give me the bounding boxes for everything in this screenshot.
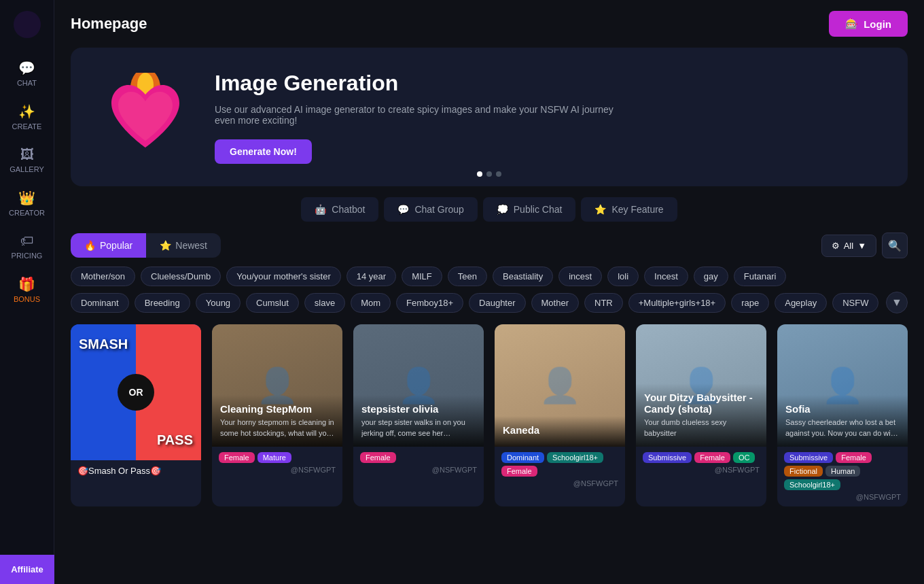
card-image: 👤 — [636, 324, 766, 447]
all-filter-label: All — [844, 241, 853, 251]
sidebar-item-creator[interactable]: 👑 CREATOR — [0, 182, 54, 225]
tag-14-year[interactable]: 14 year — [346, 267, 396, 286]
card-footer: SubmissiveFemaleOC @NSFWGPT — [636, 447, 766, 479]
tag-teen[interactable]: Teen — [448, 267, 487, 286]
tag-ntr[interactable]: NTR — [584, 293, 623, 313]
tab-chat-group[interactable]: 💬 Chat Group — [384, 197, 477, 222]
tag-cumslut[interactable]: Cumslut — [246, 293, 299, 313]
tab-chat-group-label: Chat Group — [414, 204, 463, 215]
public-chat-icon: 💭 — [497, 204, 508, 215]
fire-icon: 🔥 — [84, 240, 96, 251]
tag-milf[interactable]: MILF — [402, 267, 442, 286]
affiliate-button[interactable]: Affiliate — [0, 555, 54, 584]
tag-loli[interactable]: loli — [607, 267, 639, 286]
login-button[interactable]: 🎰 Login — [829, 11, 908, 37]
card-stepsister-olivia[interactable]: 👤 stepsister olivia your step sister wal… — [353, 324, 484, 506]
badge-submissive: Submissive — [784, 452, 833, 463]
tag-incest[interactable]: Incest — [644, 267, 688, 286]
card-sofia[interactable]: 👤 Sofia Sassy cheerleader who lost a bet… — [777, 324, 908, 506]
chevron-down-icon: ▼ — [857, 241, 866, 251]
creator-icon: 👑 — [18, 190, 35, 206]
pricing-icon: 🏷 — [20, 233, 34, 249]
card-creator: @NSFWGPT — [501, 479, 618, 487]
filter-right: ⚙ All ▼ 🔍 — [821, 233, 908, 258]
tags-row-2-container: DominantBreedingYoungCumslutslaveMomFemb… — [54, 292, 924, 324]
card-badges: FemaleMature — [219, 452, 336, 463]
card-creator: @NSFWGPT — [219, 466, 336, 474]
dot-2[interactable] — [486, 171, 492, 177]
tag-femboy18-[interactable]: Femboy18+ — [396, 293, 463, 313]
dot-1[interactable] — [477, 171, 482, 177]
tags-row-2: DominantBreedingYoungCumslutslaveMomFemb… — [71, 293, 881, 313]
gallery-icon: 🖼 — [20, 147, 34, 162]
chat-icon: 💬 — [18, 60, 35, 76]
tag--multiple-girls-18-[interactable]: +Multiple+girls+18+ — [628, 293, 726, 313]
tab-chatbot[interactable]: 🤖 Chatbot — [301, 197, 378, 222]
tag-rape[interactable]: rape — [731, 293, 769, 313]
badge-fictional: Fictional — [784, 466, 823, 477]
badge-female: Female — [219, 452, 255, 463]
tab-chatbot-label: Chatbot — [332, 204, 365, 215]
card-badges: DominantSchoolgirl18+Female — [501, 452, 618, 477]
banner-section: Image Generation Use our advanced AI ima… — [71, 48, 908, 186]
sidebar-item-chat[interactable]: 💬 CHAT — [0, 52, 54, 95]
tag-incest[interactable]: incest — [558, 267, 602, 286]
tag-you-your-mother-s-sister[interactable]: You/your mother's sister — [226, 267, 341, 286]
all-filter-select[interactable]: ⚙ All ▼ — [821, 235, 876, 257]
card-image: 👤 — [353, 324, 484, 447]
tag-mother-son[interactable]: Mother/son — [71, 267, 135, 286]
sidebar-label-creator: CREATOR — [9, 209, 45, 217]
sidebar-item-create[interactable]: ✨ CREATE — [0, 95, 54, 139]
generate-button[interactable]: Generate Now! — [215, 139, 312, 164]
tag-slave[interactable]: slave — [304, 293, 345, 313]
search-button[interactable]: 🔍 — [882, 233, 908, 258]
tag-clueless-dumb[interactable]: Clueless/Dumb — [141, 267, 221, 286]
card-badges: Female — [360, 452, 477, 463]
tag-beastiality[interactable]: Beastiality — [493, 267, 553, 286]
sidebar: 🌸 💬 CHAT ✨ CREATE 🖼 GALLERY 👑 CREATOR 🏷 … — [0, 0, 54, 584]
expand-tags-button[interactable]: ▼ — [886, 292, 908, 313]
star-icon: ⭐ — [160, 240, 171, 251]
tag-dominant[interactable]: Dominant — [71, 293, 129, 313]
tag-ageplay[interactable]: Ageplay — [775, 293, 827, 313]
card-image: 👤 — [212, 324, 342, 447]
chat-group-icon: 💬 — [397, 204, 409, 215]
tab-key-feature[interactable]: ⭐ Key Feature — [581, 197, 677, 222]
key-feature-icon: ⭐ — [594, 204, 606, 215]
sidebar-label-gallery: GALLERY — [10, 165, 44, 173]
tabs-bar: 🤖 Chatbot 💬 Chat Group 💭 Public Chat ⭐ K… — [54, 197, 924, 233]
card-cleaning-stepmom[interactable]: 👤 Cleaning StepMom Your horny stepmom is… — [212, 324, 342, 506]
sidebar-item-pricing[interactable]: 🏷 PRICING — [0, 225, 54, 268]
tag-mom[interactable]: Mom — [351, 293, 391, 313]
header: Homepage 🎰 Login — [54, 0, 924, 48]
app-logo[interactable]: 🌸 — [11, 8, 43, 41]
tag-gay[interactable]: gay — [694, 267, 728, 286]
tab-public-chat[interactable]: 💭 Public Chat — [483, 197, 576, 222]
tag-daughter[interactable]: Daughter — [469, 293, 525, 313]
sidebar-item-gallery[interactable]: 🖼 GALLERY — [0, 139, 54, 182]
banner-description: Use our advanced AI image generator to c… — [215, 104, 622, 126]
badge-female: Female — [501, 466, 537, 477]
sidebar-item-bonus[interactable]: 🎁 BONUS — [0, 268, 54, 311]
page-title: Homepage — [71, 15, 147, 33]
card-smash-or-pass[interactable]: SMASH OR PASS 🎯Smash Or Pass🎯 — [71, 324, 201, 506]
badge-schoolgirl18+: Schoolgirl18+ — [547, 452, 603, 463]
main-content: Homepage 🎰 Login Image Generation Use ou… — [54, 0, 924, 584]
sort-popular-button[interactable]: 🔥 Popular — [71, 233, 146, 258]
tag-breeding[interactable]: Breeding — [135, 293, 190, 313]
tag-futanari[interactable]: Futanari — [734, 267, 787, 286]
badge-female: Female — [694, 452, 730, 463]
banner-dots — [477, 171, 501, 177]
sort-newest-button[interactable]: ⭐ Newest — [146, 233, 221, 258]
card-label: 🎯Smash Or Pass🎯 — [77, 466, 194, 476]
sidebar-label-create: CREATE — [12, 122, 42, 131]
tag-young[interactable]: Young — [196, 293, 241, 313]
badge-human: Human — [825, 466, 860, 477]
tag-mother[interactable]: Mother — [531, 293, 579, 313]
card-kaneda[interactable]: 👤 Kaneda DominantSchoolgirl18+Female @NS… — [495, 324, 625, 506]
tag-nsfw[interactable]: NSFW — [832, 293, 878, 313]
login-label: Login — [864, 18, 891, 30]
card-ditzy-babysitter[interactable]: 👤 Your Ditzy Babysitter - Candy (shota) … — [636, 324, 766, 506]
tab-public-chat-label: Public Chat — [514, 204, 563, 215]
dot-3[interactable] — [496, 171, 501, 177]
